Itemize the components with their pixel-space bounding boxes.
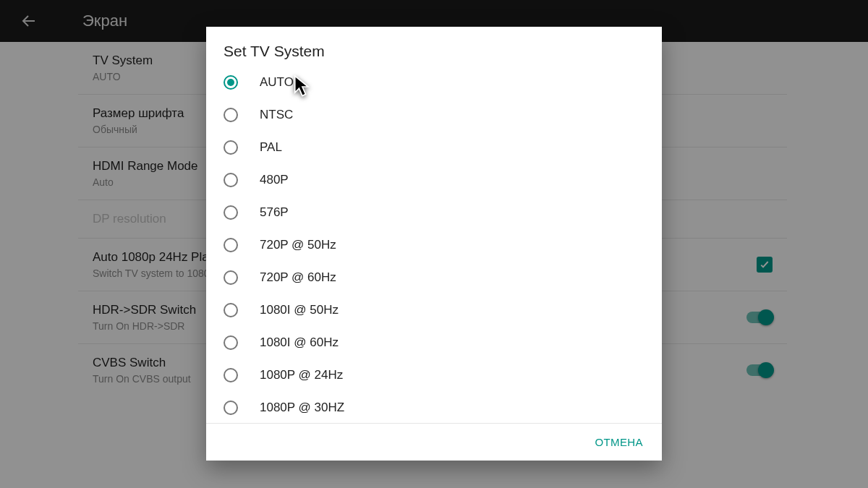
option-1080p-30hz[interactable]: 1080P @ 30HZ: [210, 391, 658, 423]
dialog-option-list: AUTO NTSC PAL 480P 576P 720P @ 50Hz 720P…: [206, 66, 662, 423]
dialog-title: Set TV System: [206, 27, 662, 66]
radio-icon: [224, 238, 238, 252]
option-auto[interactable]: AUTO: [210, 66, 658, 98]
option-label: 480P: [260, 173, 289, 187]
radio-icon: [224, 205, 238, 220]
option-label: NTSC: [260, 108, 293, 122]
option-720p-60hz[interactable]: 720P @ 60Hz: [210, 261, 658, 294]
tv-system-dialog: Set TV System AUTO NTSC PAL 480P 576P 72…: [206, 27, 662, 461]
option-576p[interactable]: 576P: [210, 196, 658, 228]
option-label: AUTO: [260, 75, 294, 90]
radio-icon: [224, 270, 238, 285]
option-1080i-60hz[interactable]: 1080I @ 60Hz: [210, 326, 658, 359]
option-480p[interactable]: 480P: [210, 163, 658, 196]
option-1080i-50hz[interactable]: 1080I @ 50Hz: [210, 294, 658, 326]
radio-icon: [224, 75, 238, 90]
option-label: 720P @ 60Hz: [260, 270, 336, 285]
cancel-button[interactable]: ОТМЕНА: [595, 436, 643, 448]
option-pal[interactable]: PAL: [210, 131, 658, 163]
option-label: 1080I @ 60Hz: [260, 335, 339, 350]
radio-icon: [224, 140, 238, 155]
option-label: PAL: [260, 140, 282, 155]
option-label: 576P: [260, 205, 289, 220]
radio-icon: [224, 368, 238, 382]
mouse-cursor-icon: [293, 75, 312, 98]
radio-icon: [224, 303, 238, 317]
radio-icon: [224, 173, 238, 187]
option-label: 1080P @ 30HZ: [260, 401, 344, 415]
option-ntsc[interactable]: NTSC: [210, 98, 658, 131]
radio-icon: [224, 108, 238, 122]
option-label: 1080I @ 50Hz: [260, 303, 339, 317]
option-720p-50hz[interactable]: 720P @ 50Hz: [210, 228, 658, 261]
radio-icon: [224, 401, 238, 415]
radio-icon: [224, 335, 238, 350]
option-label: 720P @ 50Hz: [260, 238, 336, 252]
option-1080p-24hz[interactable]: 1080P @ 24Hz: [210, 359, 658, 391]
dialog-actions: ОТМЕНА: [206, 423, 662, 461]
option-label: 1080P @ 24Hz: [260, 368, 343, 382]
